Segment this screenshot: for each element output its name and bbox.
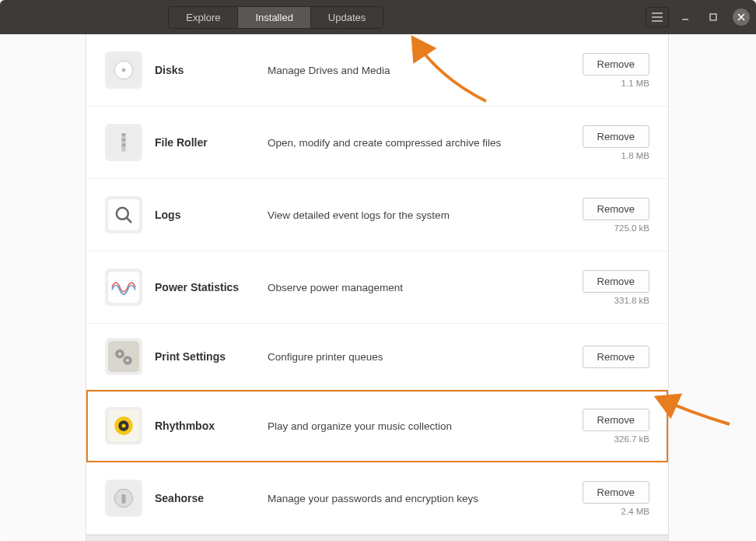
titlebar: Explore Installed Updates [0, 0, 756, 34]
remove-button-disks[interactable]: Remove [583, 53, 649, 76]
close-button[interactable] [733, 9, 750, 26]
remove-button-seahorse[interactable]: Remove [583, 481, 649, 504]
hamburger-menu-button[interactable] [646, 7, 669, 27]
svg-rect-0 [710, 14, 716, 20]
svg-rect-6 [108, 199, 139, 230]
app-name: Power Statistics [155, 281, 268, 293]
app-row-print-settings[interactable]: Print Settings Configure printer queues … [86, 324, 668, 390]
app-size: 2.4 MB [621, 507, 649, 516]
app-actions: Remove 2.4 MB [583, 481, 649, 516]
window-controls [677, 9, 750, 26]
tab-updates[interactable]: Updates [310, 7, 383, 28]
app-size: 1.1 MB [621, 79, 649, 88]
section-system-applications: System Applications [86, 535, 668, 541]
print-settings-icon [105, 338, 142, 375]
app-name: Print Settings [155, 350, 268, 363]
app-name: Disks [155, 64, 268, 76]
app-description: Configure printer queues [268, 351, 583, 363]
app-actions: Remove 331.8 kB [583, 270, 649, 305]
svg-rect-5 [122, 133, 126, 151]
app-description: View detailed event logs for the system [268, 209, 583, 221]
tab-installed[interactable]: Installed [237, 7, 310, 28]
app-description: Manage your passwords and encryption key… [268, 493, 583, 504]
app-row-file-roller[interactable]: File Roller Open, modify and create comp… [86, 107, 668, 179]
app-name: Logs [155, 209, 268, 221]
app-description: Manage Drives and Media [268, 65, 583, 76]
app-description: Open, modify and create compressed archi… [268, 137, 583, 149]
app-row-logs[interactable]: Logs View detailed event logs for the sy… [86, 179, 668, 251]
app-row-power-statistics[interactable]: Power Statistics Observe power managemen… [86, 251, 668, 324]
svg-point-12 [118, 353, 121, 356]
rhythmbox-icon [105, 407, 142, 444]
app-actions: Remove 326.7 kB [583, 409, 649, 444]
content-area: Disks Manage Drives and Media Remove 1.1… [0, 34, 756, 541]
app-name: File Roller [155, 136, 268, 149]
app-actions: Remove 1.1 MB [583, 53, 649, 88]
app-size: 1.8 MB [621, 151, 649, 160]
remove-button-power-statistics[interactable]: Remove [583, 270, 649, 293]
tab-explore[interactable]: Explore [169, 7, 237, 28]
remove-button-print-settings[interactable]: Remove [583, 346, 649, 368]
logs-icon [105, 196, 142, 234]
app-name: Seahorse [155, 492, 268, 504]
svg-point-3 [122, 69, 126, 72]
app-size: 331.8 kB [614, 296, 649, 305]
app-description: Observe power management [268, 282, 583, 293]
disks-icon [105, 51, 142, 89]
app-size: 326.7 kB [614, 434, 649, 444]
app-description: Play and organize your music collection [268, 420, 583, 432]
remove-button-logs[interactable]: Remove [583, 198, 649, 220]
svg-point-17 [122, 424, 126, 428]
app-actions: Remove 1.8 MB [583, 125, 649, 160]
remove-button-file-roller[interactable]: Remove [583, 125, 649, 148]
app-row-rhythmbox[interactable]: Rhythmbox Play and organize your music c… [86, 390, 668, 462]
file-roller-icon [105, 124, 142, 161]
software-window: Explore Installed Updates Disks Manage D… [0, 0, 756, 541]
app-name: Rhythmbox [155, 420, 268, 432]
seahorse-icon [105, 480, 142, 517]
svg-rect-9 [108, 341, 139, 372]
power-statistics-icon [105, 269, 142, 306]
svg-rect-20 [122, 494, 126, 504]
app-actions: Remove 725.0 kB [583, 198, 649, 233]
minimize-button[interactable] [677, 9, 694, 26]
svg-point-13 [126, 359, 129, 362]
app-size: 725.0 kB [614, 223, 649, 233]
app-actions: Remove [583, 346, 649, 368]
app-row-disks[interactable]: Disks Manage Drives and Media Remove 1.1… [86, 34, 668, 107]
app-row-seahorse[interactable]: Seahorse Manage your passwords and encry… [86, 462, 668, 535]
remove-button-rhythmbox[interactable]: Remove [583, 409, 649, 431]
maximize-button[interactable] [705, 9, 722, 26]
view-tabs: Explore Installed Updates [168, 6, 383, 29]
app-list[interactable]: Disks Manage Drives and Media Remove 1.1… [86, 34, 669, 541]
